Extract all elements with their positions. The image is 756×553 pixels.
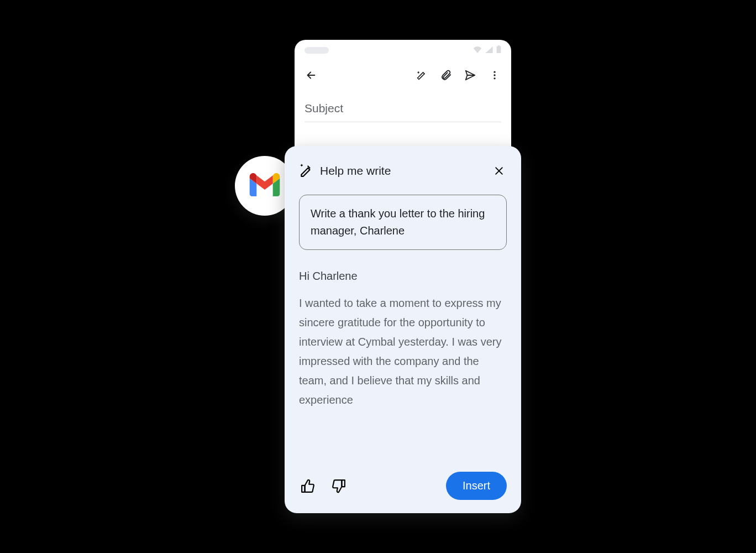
svg-point-1 [494, 74, 495, 76]
compose-toolbar [295, 61, 511, 92]
panel-title: Help me write [320, 164, 485, 178]
generated-body: I wanted to take a moment to express my … [299, 294, 507, 410]
send-button[interactable] [460, 65, 480, 85]
battery-icon [496, 45, 501, 55]
magic-write-button[interactable] [412, 65, 432, 85]
subject-field[interactable]: Subject [305, 92, 501, 122]
fade-mask [299, 413, 507, 463]
generated-content: Hi Charlene I wanted to take a moment to… [299, 270, 507, 463]
more-button[interactable] [485, 65, 505, 85]
gmail-icon [249, 173, 280, 199]
prompt-input[interactable]: Write a thank you letter to the hiring m… [299, 195, 507, 250]
thumb-up-button[interactable] [299, 477, 317, 495]
svg-point-0 [494, 71, 495, 73]
back-button[interactable] [301, 65, 321, 85]
status-pill [305, 47, 329, 54]
svg-point-2 [494, 77, 495, 79]
cell-signal-icon [485, 45, 493, 55]
close-button[interactable] [491, 163, 507, 179]
thumb-down-button[interactable] [330, 477, 348, 495]
magic-pencil-icon [299, 163, 313, 179]
help-me-write-panel: Help me write Write a thank you letter t… [285, 146, 521, 513]
wifi-icon [473, 45, 482, 55]
phone-status-bar [295, 40, 511, 61]
insert-button[interactable]: Insert [446, 472, 507, 500]
generated-greeting: Hi Charlene [299, 270, 507, 283]
attach-button[interactable] [436, 65, 456, 85]
